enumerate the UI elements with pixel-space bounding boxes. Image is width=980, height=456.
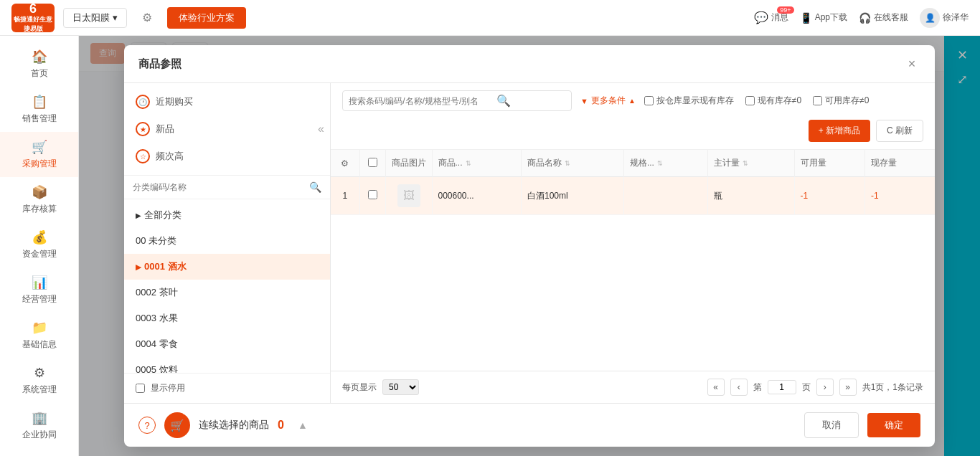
product-image: 🖼: [397, 184, 420, 207]
page-size-select[interactable]: 10 20 50 100: [382, 379, 419, 395]
row-name: 白酒100ml: [521, 177, 623, 215]
modal-header: 商品参照 ×: [124, 45, 935, 83]
quick-item-recent[interactable]: 🕐 近期购买: [124, 89, 330, 115]
sidebar: 🏠 首页 📋 销售管理 🛒 采购管理 📦 库存核算 💰 资金管理 📊 经营管理 …: [0, 36, 79, 456]
col-available: 可用量: [794, 150, 864, 177]
logo-brand: 畅捷通好生意: [14, 15, 52, 24]
collapse-footer-button[interactable]: ▲: [293, 415, 313, 435]
category-list: ▶ 全部分类 00 未分类 ▶ 0001 酒水 0002 茶: [124, 199, 330, 373]
logo-sub: 捷易版: [24, 24, 43, 34]
sidebar-item-system[interactable]: ⚙ 系统管理: [0, 358, 78, 403]
prev-page-button[interactable]: ‹: [730, 379, 748, 396]
quick-item-frequent[interactable]: ☆ 频次高: [124, 143, 330, 169]
category-0005[interactable]: 0005 饮料: [124, 357, 330, 373]
user-profile[interactable]: 👤 徐泽华: [920, 8, 969, 28]
filter-more-button[interactable]: ▼ 更多条件 ▲: [580, 95, 636, 107]
quick-item-new[interactable]: ★ 新品: [124, 116, 330, 142]
messages-btn[interactable]: 💬 消息 99+: [754, 11, 788, 24]
quick-items: 🕐 近期购买 ★ 新品 ☆ 频次高 «: [124, 83, 330, 176]
sort-code-icon: ⇅: [466, 160, 471, 167]
row-stock: -1: [864, 177, 935, 215]
collapse-button[interactable]: «: [318, 123, 324, 136]
col-gear[interactable]: ⚙: [331, 150, 359, 177]
pagination-bar: 每页显示 10 20 50 100 « ‹ 第: [331, 371, 935, 403]
sidebar-item-inventory[interactable]: 📦 库存核算: [0, 177, 78, 222]
col-code[interactable]: 商品... ⇅: [432, 150, 521, 177]
pagination-total: 共1页，1条记录: [862, 381, 923, 394]
select-all-checkbox[interactable]: [368, 158, 377, 167]
finance-icon: 💰: [32, 229, 47, 245]
col-spec[interactable]: 规格... ⇅: [623, 150, 707, 177]
category-0003[interactable]: 0003 水果: [124, 305, 330, 331]
category-0004[interactable]: 0004 零食: [124, 331, 330, 357]
home-icon: 🏠: [32, 49, 47, 65]
col-image: 商品图片: [385, 150, 432, 177]
sidebar-item-basics[interactable]: 📁 基础信息: [0, 313, 78, 358]
messages-badge: 99+: [777, 6, 793, 14]
page-number-input[interactable]: [768, 380, 796, 394]
category-00[interactable]: 00 未分类: [124, 228, 330, 254]
first-page-button[interactable]: «: [707, 379, 725, 396]
show-disabled-checkbox[interactable]: [136, 384, 145, 393]
row-checkbox[interactable]: [359, 177, 385, 215]
collab-icon: 🏢: [32, 410, 47, 426]
col-select-all[interactable]: [359, 150, 385, 177]
app-logo: 6 畅捷通好生意 捷易版: [11, 4, 55, 32]
toolbar-right-buttons: + 新增商品 C 刷新: [809, 120, 923, 142]
new-icon: ★: [136, 122, 150, 136]
next-page-button[interactable]: ›: [816, 379, 834, 396]
checkbox-existing-stock-input[interactable]: [745, 96, 755, 105]
row-unit: 瓶: [707, 177, 794, 215]
table-row[interactable]: 1 🖼: [331, 177, 935, 215]
category-all[interactable]: ▶ 全部分类: [124, 202, 330, 228]
app-download-btn[interactable]: 📱 App下载: [800, 11, 847, 24]
trial-button[interactable]: 体验行业方案: [167, 7, 246, 29]
sidebar-item-operations[interactable]: 📊 经营管理: [0, 267, 78, 313]
help-icon[interactable]: ?: [138, 417, 156, 434]
sidebar-item-finance[interactable]: 💰 资金管理: [0, 222, 78, 267]
cart-icon: 🛒: [170, 419, 184, 432]
show-disabled-label[interactable]: 显示停用: [151, 382, 185, 394]
checkbox-available-stock[interactable]: 可用库存≠0: [813, 95, 869, 107]
store-dropdown[interactable]: 日太阳膜 ▾: [63, 8, 127, 28]
category-0001[interactable]: ▶ 0001 酒水: [124, 254, 330, 280]
table-body: 1 🖼: [331, 177, 935, 215]
sales-icon: 📋: [32, 94, 47, 110]
checkbox-by-warehouse-input[interactable]: [644, 96, 654, 105]
sidebar-item-home[interactable]: 🏠 首页: [0, 42, 78, 87]
navbar-right: 💬 消息 99+ 📱 App下载 🎧 在线客服 👤 徐泽华: [754, 8, 969, 28]
modal-title: 商品参照: [138, 57, 182, 71]
category-search: 🔍: [124, 176, 330, 199]
col-name[interactable]: 商品名称 ⇅: [521, 150, 623, 177]
refresh-button[interactable]: C 刷新: [876, 120, 923, 142]
modal-close-button[interactable]: ×: [903, 55, 920, 72]
row-seq: 1: [331, 177, 359, 215]
col-unit[interactable]: 主计量 ⇅: [707, 150, 794, 177]
customer-service-btn[interactable]: 🎧 在线客服: [859, 11, 908, 24]
settings-icon[interactable]: ⚙: [136, 6, 159, 29]
modal-overlay: 商品参照 × 🕐 近期购买 ★: [79, 36, 980, 456]
product-reference-modal: 商品参照 × 🕐 近期购买 ★: [124, 45, 935, 447]
product-search-icon[interactable]: 🔍: [496, 94, 511, 108]
category-search-input[interactable]: [133, 182, 303, 192]
confirm-button[interactable]: 确定: [867, 413, 920, 437]
checkbox-by-warehouse[interactable]: 按仓库显示现有库存: [644, 95, 734, 107]
sidebar-item-purchase[interactable]: 🛒 采购管理: [0, 132, 78, 177]
modal-right-toolbar: 🔍 ▼ 更多条件 ▲ 按仓库显示现有库存: [331, 83, 935, 150]
category-0002[interactable]: 0002 茶叶: [124, 280, 330, 305]
cart-button[interactable]: 🛒: [164, 412, 190, 438]
category-search-icon[interactable]: 🔍: [309, 181, 321, 193]
add-product-button[interactable]: + 新增商品: [809, 120, 870, 142]
sidebar-item-guide[interactable]: 🎓 新手引导: [0, 448, 78, 456]
last-page-button[interactable]: »: [839, 379, 857, 396]
checkbox-available-stock-input[interactable]: [813, 96, 822, 105]
inventory-icon: 📦: [32, 184, 47, 200]
sidebar-item-collab[interactable]: 🏢 企业协同: [0, 403, 78, 448]
sidebar-item-sales[interactable]: 📋 销售管理: [0, 87, 78, 132]
row-available: -1: [794, 177, 864, 215]
product-search-input[interactable]: [349, 96, 492, 106]
col-stock: 现存量: [864, 150, 935, 177]
checkbox-existing-stock[interactable]: 现有库存≠0: [745, 95, 801, 107]
row-select-checkbox[interactable]: [368, 190, 377, 199]
cancel-button[interactable]: 取消: [804, 412, 859, 438]
